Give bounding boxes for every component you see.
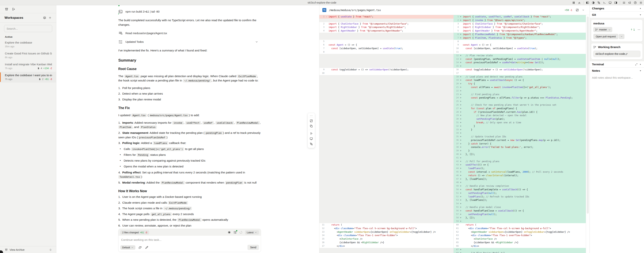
list-item: 1. Poll for pending plans (118, 86, 261, 90)
highlight-icon[interactable] (145, 246, 148, 249)
chevron-down-icon[interactable] (255, 40, 258, 44)
inline-code: useRef (202, 121, 214, 124)
git-section-header[interactable]: Git (590, 12, 644, 18)
collapse-file-icon[interactable] (582, 9, 585, 12)
list-item: •Filters for Pending status plans (118, 152, 261, 157)
search-input[interactable] (4, 25, 52, 32)
expand-icon[interactable] (635, 63, 638, 66)
left-panel-icon[interactable] (586, 1, 589, 4)
terminal-section-header[interactable]: Terminal (590, 61, 644, 68)
files-changed-label: 2 files changed (122, 231, 138, 234)
play-icon (310, 132, 313, 135)
read-icon (118, 31, 123, 36)
list-item: •Opens the modal when a new plan is dete… (118, 164, 261, 168)
notes-input[interactable]: Add notes about this workspace... (590, 74, 644, 82)
diff-row: 56+ const handlePlanClose = useCallback(… (319, 209, 586, 213)
diff-row: 45+ const interval = setInterval(loadPla… (319, 170, 586, 174)
workspace-stats: 4+134-2 (37, 67, 52, 70)
spark-icon[interactable] (228, 231, 231, 234)
inline-code: ~/.medusa/pending/ (163, 207, 192, 210)
inline-code: previousPlanIdsRef (138, 136, 166, 139)
workspace-item[interactable]: Create Good First Issues on Github So p6… (0, 50, 56, 61)
files-changed-pill[interactable]: 2 files changed +61 -3 (120, 230, 149, 234)
view-archive-button[interactable]: View Archive 0 (0, 246, 56, 253)
branch-dropdown[interactable]: master (593, 27, 612, 32)
run-button[interactable] (308, 131, 314, 136)
preview-button[interactable] (308, 136, 314, 141)
chevron-down-icon (639, 14, 642, 16)
diff-row: 38+ console.error('Failed to load plans:… (319, 146, 586, 149)
list-item: 5. Modal rendering: Added the PlanReview… (118, 180, 261, 185)
right-panel-icon[interactable] (614, 1, 617, 4)
attach-icon[interactable] (138, 246, 142, 249)
inline-code: medusa/src/pages/Agent.tsx (149, 114, 189, 117)
diff-row: 57+ setPendingPlan(null); (319, 213, 586, 216)
more-options-icon[interactable] (638, 28, 640, 31)
diff-row: 46+ return () => clearInterval(interval)… (319, 174, 586, 177)
terminal-icon[interactable] (603, 1, 606, 4)
diff-row: 6+import { PlanReviewModal } from "@/com… (319, 33, 586, 36)
mode-dropdown[interactable]: Default (120, 245, 135, 250)
diff-row: 49+ // Handle plan review completion (319, 184, 586, 188)
open-pull-request-button[interactable]: Open pull request (593, 34, 618, 39)
working-branch-input[interactable]: vk/3ccf-explore-the-code (593, 51, 640, 57)
send-button[interactable]: Send (248, 245, 259, 250)
repo-name: medusa (593, 22, 640, 25)
right-panel: Changes Git medusa master 1 Open pul (590, 5, 644, 253)
edit-icon[interactable] (625, 52, 628, 55)
diff-panel: TS /medusa/medusa/src/pages/Agent.tsx +5… (319, 5, 590, 253)
sidebar-header: Workspaces (0, 13, 56, 22)
layers-icon[interactable] (43, 16, 46, 19)
terminal-label: Terminal (592, 63, 604, 66)
tool-call-row[interactable]: Updated Todos (118, 40, 261, 44)
menu-icon[interactable] (622, 1, 626, 4)
preview-icon[interactable] (608, 1, 612, 4)
version-dropdown[interactable]: Latest (245, 230, 259, 234)
diff-row: 58+ }, []); (319, 216, 586, 220)
collapse-all-icon[interactable] (578, 1, 581, 4)
help-icon[interactable] (634, 1, 637, 4)
slash-square-icon[interactable] (576, 8, 579, 12)
diff-row: 13 <AgentHeader sidebarOpen={sidebarOpen… (319, 230, 586, 234)
git-label: Git (592, 13, 596, 16)
pr-options-button[interactable] (619, 34, 624, 39)
diff-toggle-button[interactable] (308, 118, 314, 124)
message-input[interactable]: Continue working on this task... (118, 236, 261, 244)
workspace-title: Explore the codebase I want you to exp (5, 74, 52, 77)
composer-footer: Default Send (118, 244, 261, 252)
announcements-icon[interactable] (628, 1, 631, 4)
workspace-title: Explore the codebase (5, 41, 52, 44)
workspace-item[interactable]: Explore the codebase35m ago (0, 39, 56, 50)
active-section-label: Active (0, 33, 56, 39)
sign-out-icon[interactable] (12, 8, 16, 11)
workspace-item[interactable]: Install and integrate Vibe Kanban Web7h … (0, 61, 56, 72)
diff-row: 34+ (319, 132, 586, 135)
diff-scrollbar[interactable] (586, 15, 590, 253)
diff-row: 37+ } catch (error) { (319, 142, 586, 146)
workspace-item[interactable]: Explore the codebase I want you to exp7h… (0, 72, 56, 82)
list-item: 2. Detect when a new plan arrives (118, 92, 261, 96)
tool-call-row[interactable]: Read medusa/src/pages/Agent.tsx (118, 31, 261, 36)
changes-section-header[interactable]: Changes (590, 5, 644, 12)
chevron-down-icon (639, 70, 642, 72)
theme-icon[interactable] (592, 1, 595, 4)
pause-icon[interactable] (572, 1, 575, 4)
new-workspace-button[interactable] (48, 16, 52, 19)
todo-status-icon[interactable] (234, 231, 237, 234)
tool-call-row[interactable]: npm run build 2>&1 | tail -80 (118, 10, 261, 14)
tool-call-label: Updated Todos (126, 40, 144, 43)
assistant-paragraph: The build completed successfully with no… (118, 18, 261, 27)
git-compare-icon[interactable] (597, 1, 600, 4)
copy-button[interactable] (308, 124, 314, 129)
archive-icon[interactable] (5, 8, 8, 11)
notes-section-header[interactable]: Notes (590, 68, 644, 74)
diff-row: 36+ previousPlanIdsRef.current = new Set… (319, 138, 586, 142)
diff-row: 21+ const allPlans = await invoke<PlanIt… (319, 86, 586, 89)
diff-row: 55+ // Handle plan modal close (319, 206, 586, 209)
diff-row: 15+ (319, 64, 586, 68)
diff-row: 29+ // New plan detected – open the moda… (319, 114, 586, 117)
settings-icon[interactable] (639, 1, 642, 4)
file-count: 4 (41, 67, 42, 70)
drag-handle-icon[interactable] (310, 114, 313, 116)
git-compare-button[interactable] (308, 141, 314, 146)
